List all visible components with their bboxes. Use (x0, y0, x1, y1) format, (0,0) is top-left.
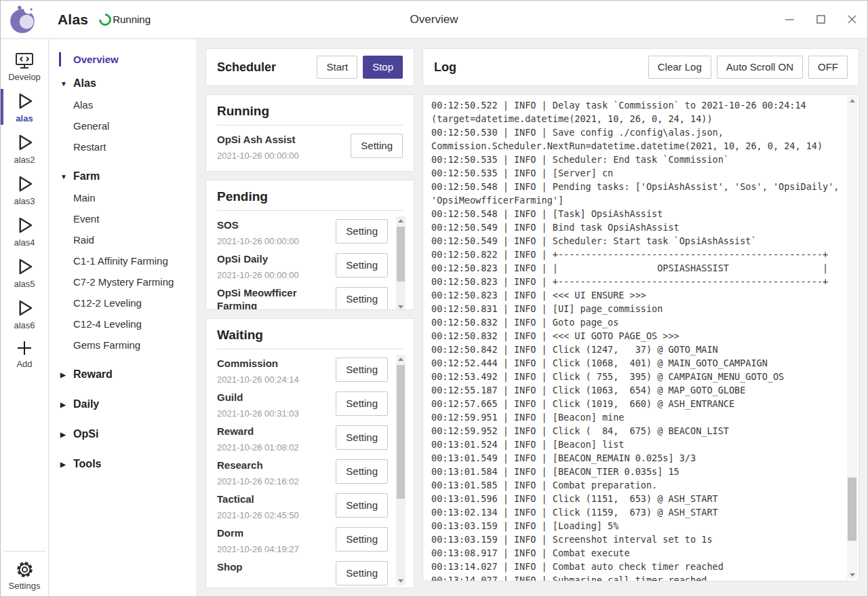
task-next-run-time: 2021-10-26 02:16:02 (217, 476, 299, 486)
nav-item[interactable]: C7-2 Mystery Farming (50, 271, 197, 292)
task-next-run-time: 2021-10-26 02:45:50 (217, 510, 299, 520)
auto-scroll-off-button[interactable]: OFF (808, 56, 848, 79)
rail-item-settings[interactable]: Settings (1, 556, 48, 596)
task-setting-button[interactable]: Setting (336, 391, 388, 416)
task-setting-button[interactable]: Setting (336, 561, 388, 585)
nav-item[interactable]: ▶ Tools (50, 453, 197, 475)
task-row: Tactical 2021-10-26 02:45:50 Setting (217, 488, 403, 522)
add-icon (16, 339, 33, 357)
nav-item[interactable]: ▼ Farm (50, 166, 197, 187)
nav-item-label: C1-1 Affinity Farming (73, 255, 168, 267)
nav-item-label: General (73, 120, 109, 132)
scroll-up-icon[interactable] (396, 355, 406, 364)
nav-item[interactable]: Main (50, 187, 197, 208)
task-setting-button[interactable]: Setting (336, 493, 388, 518)
rail-item-develop[interactable]: Develop (1, 47, 48, 86)
task-next-run-time: 2021-10-26 00:31:03 (217, 408, 299, 419)
nav-item[interactable]: C12-4 Leveling (50, 313, 197, 334)
scroll-down-icon[interactable] (396, 303, 406, 310)
task-row: Reward 2021-10-26 01:08:02 Setting (217, 420, 403, 454)
nav-item[interactable]: Raid (50, 229, 197, 250)
log-line: 00:12:50.522 | INFO | Delay task `Commis… (431, 98, 841, 112)
rail-item-instance[interactable]: alas3 (1, 169, 48, 210)
rail-item-instance[interactable]: alas (1, 86, 48, 128)
task-setting-button[interactable]: Setting (336, 425, 388, 450)
maximize-button[interactable] (805, 6, 836, 33)
nav-item-label: Reward (73, 368, 113, 381)
scroll-down-icon[interactable] (396, 577, 406, 585)
log-line: 00:12:50.548 | INFO | [Task] OpsiAshAssi… (431, 207, 841, 220)
scrollbar-thumb[interactable] (848, 478, 856, 541)
log-line: 00:12:50.530 | INFO | Save config ./conf… (431, 126, 841, 139)
nav-item[interactable]: ▶ Daily (50, 393, 197, 415)
pending-scrollbar[interactable] (396, 216, 406, 310)
waiting-scrollbar[interactable] (396, 355, 406, 585)
task-name: Commission (217, 358, 299, 370)
scrollbar-thumb[interactable] (397, 365, 405, 499)
play-icon (14, 91, 35, 111)
nav-item[interactable]: General (50, 115, 197, 136)
pending-task-list[interactable]: SOS 2021-10-26 00:00:00 Setting OpSi Dai… (217, 211, 403, 310)
task-setting-button[interactable]: Setting (336, 459, 388, 484)
develop-icon (14, 52, 35, 70)
waiting-section-title: Waiting (217, 328, 403, 349)
clear-log-button[interactable]: Clear Log (648, 56, 711, 79)
nav-item[interactable]: ▼ Alas (50, 73, 197, 94)
log-line: 'OpsiMeowfficerFarming'] (431, 193, 841, 207)
nav-item[interactable]: Alas (50, 94, 197, 115)
scroll-up-icon[interactable] (396, 216, 406, 225)
task-setting-button[interactable]: Setting (336, 527, 388, 552)
rail-item-instance[interactable]: alas5 (1, 252, 48, 293)
log-line: 00:13:14.027 | INFO | Submarine call tim… (431, 573, 841, 581)
minimize-button[interactable] (774, 6, 805, 33)
auto-scroll-on-button[interactable]: Auto Scroll ON (717, 56, 803, 79)
log-panel-header: Log Clear Log Auto Scroll ON OFF (422, 48, 859, 86)
config-nav: Overview ▼ Alas Alas General Restart ▼ F… (50, 39, 197, 596)
nav-item-label: C12-4 Leveling (73, 318, 142, 330)
log-line: 00:13:03.159 | INFO | [Loading] 5% (431, 519, 841, 533)
log-line: 00:12:50.823 | INFO | +-----------------… (431, 275, 841, 288)
nav-item-label: Daily (73, 398, 99, 410)
task-setting-button[interactable]: Setting (336, 287, 388, 310)
log-scrollbar[interactable] (847, 96, 857, 579)
task-setting-button[interactable]: Setting (336, 219, 388, 244)
nav-item[interactable]: C1-1 Affinity Farming (50, 250, 197, 271)
scroll-down-icon[interactable] (847, 571, 857, 579)
nav-item-label: Tools (73, 458, 101, 470)
play-icon (14, 215, 35, 235)
scrollbar-thumb[interactable] (397, 227, 405, 282)
nav-item[interactable]: ▶ OpSi (50, 423, 197, 445)
task-setting-button[interactable]: Setting (351, 134, 403, 158)
nav-item[interactable]: Event (50, 208, 197, 229)
task-setting-button[interactable]: Setting (336, 358, 388, 382)
log-line: 00:13:01.524 | INFO | [Beacon] list (431, 438, 841, 451)
nav-item-label: Main (73, 192, 96, 204)
scheduler-title: Scheduler (217, 60, 276, 75)
log-output[interactable]: 00:12:50.522 | INFO | Delay task `Commis… (422, 94, 859, 581)
nav-item[interactable]: Overview (50, 49, 197, 70)
rail-item-instance[interactable]: alas6 (1, 293, 48, 334)
start-button[interactable]: Start (317, 56, 357, 79)
stop-button[interactable]: Stop (363, 56, 403, 79)
nav-item[interactable]: Gems Farming (50, 334, 197, 355)
task-row: Research 2021-10-26 02:16:02 Setting (217, 454, 403, 488)
task-setting-button[interactable]: Setting (336, 253, 388, 277)
log-line: (target=datetime.datetime(2021, 10, 26, … (431, 112, 841, 126)
rail-item-instance[interactable]: alas2 (1, 128, 48, 169)
rail-item-instance[interactable]: alas4 (1, 210, 48, 252)
nav-item[interactable]: ▶ Reward (50, 364, 197, 385)
nav-item[interactable]: C12-2 Leveling (50, 292, 197, 313)
log-line: 00:13:08.917 | INFO | Combat execute (431, 546, 841, 560)
scroll-up-icon[interactable] (847, 96, 857, 105)
waiting-task-list[interactable]: Commission 2021-10-26 00:24:14 Setting G… (217, 349, 403, 588)
nav-item[interactable]: Restart (50, 136, 197, 157)
log-line: 00:12:50.842 | INFO | Click (1247, 37) @… (431, 343, 841, 356)
rail-item-add[interactable]: Add (1, 334, 48, 373)
nav-item-label: OpSi (73, 428, 98, 440)
close-button[interactable] (836, 6, 867, 33)
log-line: 00:12:50.549 | INFO | Bind task OpsiAshA… (431, 220, 841, 234)
task-row: Dorm 2021-10-26 04:19:27 Setting (217, 522, 403, 556)
nav-item-label: Gems Farming (73, 339, 140, 351)
log-line: 00:12:59.952 | INFO | Click ( 84, 675) @… (431, 424, 841, 438)
log-line: 00:12:50.535 | INFO | Scheduler: End tas… (431, 153, 841, 166)
